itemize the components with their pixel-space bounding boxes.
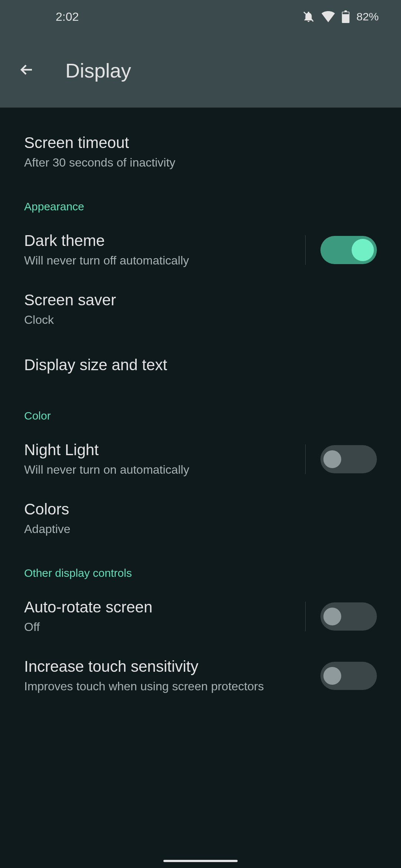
row-title: Dark theme [24, 231, 305, 250]
wifi-icon [322, 11, 335, 22]
row-title: Increase touch sensitivity [24, 657, 306, 676]
svg-rect-3 [342, 12, 349, 14]
row-subtitle: After 30 seconds of inactivity [24, 155, 377, 171]
dark-theme-toggle[interactable] [320, 236, 377, 264]
status-icons: 82% [302, 10, 379, 23]
row-screen-saver[interactable]: Screen saver Clock [0, 280, 401, 339]
dnd-off-icon [302, 10, 315, 23]
auto-rotate-toggle[interactable] [320, 602, 377, 631]
row-title: Colors [24, 500, 377, 519]
row-title: Screen saver [24, 291, 377, 309]
status-time: 2:02 [56, 10, 79, 24]
section-color: Color [0, 391, 401, 430]
back-icon[interactable] [18, 61, 36, 80]
row-subtitle: Off [24, 619, 305, 635]
row-auto-rotate[interactable]: Auto-rotate screen Off [0, 587, 401, 646]
row-dark-theme[interactable]: Dark theme Will never turn off automatic… [0, 220, 401, 280]
section-other: Other display controls [0, 548, 401, 587]
content-list[interactable]: Screen timeout After 30 seconds of inact… [0, 108, 401, 706]
row-touch-sensitivity[interactable]: Increase touch sensitivity Improves touc… [0, 646, 401, 706]
row-night-light[interactable]: Night Light Will never turn on automatic… [0, 430, 401, 489]
row-title: Night Light [24, 441, 305, 459]
row-display-size[interactable]: Display size and text [0, 339, 401, 391]
row-subtitle: Adaptive [24, 522, 377, 537]
nav-handle[interactable] [163, 860, 238, 862]
row-subtitle: Will never turn on automatically [24, 462, 305, 478]
row-title: Screen timeout [24, 134, 377, 152]
status-bar: 2:02 82% [0, 0, 401, 33]
header-bar: Display [0, 33, 401, 108]
section-appearance: Appearance [0, 182, 401, 220]
row-colors[interactable]: Colors Adaptive [0, 489, 401, 548]
row-screen-timeout[interactable]: Screen timeout After 30 seconds of inact… [0, 122, 401, 182]
page-title: Display [65, 59, 131, 82]
svg-rect-2 [345, 10, 347, 12]
row-title: Display size and text [24, 356, 377, 374]
battery-percent: 82% [356, 10, 379, 23]
night-light-toggle[interactable] [320, 445, 377, 473]
touch-sensitivity-toggle[interactable] [320, 662, 377, 690]
row-subtitle: Clock [24, 312, 377, 328]
row-subtitle: Will never turn off automatically [24, 253, 305, 269]
row-subtitle: Improves touch when using screen protect… [24, 679, 306, 694]
battery-icon [342, 10, 350, 23]
row-title: Auto-rotate screen [24, 598, 305, 617]
